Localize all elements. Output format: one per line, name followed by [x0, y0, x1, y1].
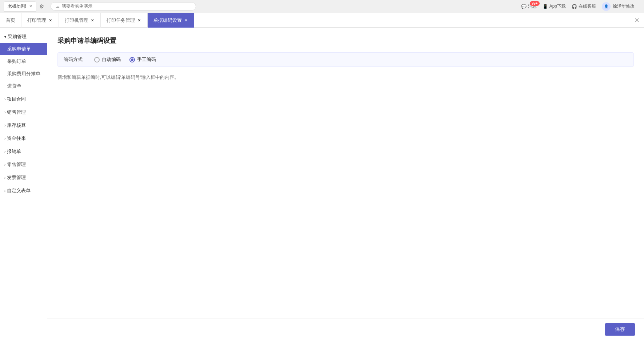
headset-icon: 🎧 [572, 4, 577, 9]
sidebar-item-stock-in[interactable]: 进货单 [0, 80, 47, 92]
sidebar-group-inventory-header[interactable]: › 库存核算 [0, 119, 47, 131]
header-right-browser: 💬 消息 99+ 📱 App下载 🎧 在线客服 👤 徐泽华修改 [521, 2, 640, 11]
page-title: 采购申请单编码设置 [57, 36, 634, 45]
radio-manual-label: 手工编码 [137, 56, 156, 63]
tab-printer-management[interactable]: 打印机管理 × [59, 13, 101, 28]
sidebar-item-purchase-expense[interactable]: 采购费用分摊单 [0, 68, 47, 80]
expand-arrow-icon-sales: › [4, 110, 5, 114]
tab-print-task-label: 打印任务管理 [107, 17, 135, 24]
tab-printer-management-label: 打印机管理 [65, 17, 88, 24]
browser-settings-icon[interactable]: ⚙ [39, 3, 44, 10]
online-service-label: 在线客服 [579, 3, 596, 9]
sidebar-group-project: › 项目合同 [0, 93, 47, 105]
expand-arrow-icon-return: › [4, 150, 5, 154]
sidebar-group-purchase-header[interactable]: ▾ 采购管理 [0, 31, 47, 43]
tab-print-management-close[interactable]: × [48, 17, 53, 23]
content-footer: 保存 [47, 319, 644, 340]
user-info[interactable]: 👤 徐泽华修改 [602, 2, 635, 11]
app-download-label: App下载 [549, 3, 566, 9]
hint-text: 新增和编辑单据编时,可以编辑'单编码号'输入框中的内容。 [57, 74, 634, 81]
sidebar-group-retail-label: 零售管理 [7, 161, 26, 168]
encoding-label: 编码方式 [64, 56, 83, 63]
cloud-icon: ☁ [55, 4, 60, 9]
encoding-row: 编码方式 自动编码 手工编码 [57, 52, 634, 67]
sidebar-group-capital-label: 资金往来 [7, 135, 26, 142]
sidebar-item-stock-in-label: 进货单 [7, 83, 21, 89]
sidebar-group-return-header[interactable]: › 报销单 [0, 145, 47, 158]
main-layout: ▾ 采购管理 采购申请单 采购订单 采购费用分摊单 进货单 › 项目合同 [0, 28, 644, 340]
tab-single-barcode-label: 单据编码设置 [153, 17, 182, 24]
sidebar-group-purchase-label: 采购管理 [8, 33, 27, 40]
sidebar-group-custom: › 自定义表单 [0, 185, 47, 197]
app-download-btn[interactable]: 📱 App下载 [543, 3, 566, 9]
sidebar-group-retail-header[interactable]: › 零售管理 [0, 158, 47, 171]
expand-arrow-icon-retail: › [4, 163, 5, 167]
sidebar-group-purchase: ▾ 采购管理 采购申请单 采购订单 采购费用分摊单 进货单 [0, 31, 47, 92]
sidebar: ▾ 采购管理 采购申请单 采购订单 采购费用分摊单 进货单 › 项目合同 [0, 28, 47, 340]
browser-tab-close[interactable]: ✕ [29, 4, 32, 9]
message-icon: 💬 [521, 4, 527, 9]
sidebar-group-project-header[interactable]: › 项目合同 [0, 93, 47, 105]
sidebar-group-return-label: 报销单 [7, 148, 21, 155]
sidebar-group-invoice: › 发票管理 [0, 171, 47, 184]
sidebar-group-sales-header[interactable]: › 销售管理 [0, 106, 47, 118]
sidebar-group-sales: › 销售管理 [0, 106, 47, 118]
message-btn[interactable]: 💬 消息 99+ [521, 3, 537, 9]
content-inner: 采购申请单编码设置 编码方式 自动编码 手工编码 新增和编辑单据编时,可以编辑'… [47, 28, 644, 319]
tab-bar-close[interactable]: ✕ [634, 16, 640, 24]
sidebar-group-invoice-header[interactable]: › 发票管理 [0, 171, 47, 184]
radio-auto-encoding[interactable]: 自动编码 [94, 56, 121, 63]
avatar: 👤 [602, 2, 611, 11]
message-badge: 99+ [530, 1, 540, 6]
tab-printer-management-close[interactable]: × [91, 17, 95, 23]
sidebar-item-purchase-request-label: 采购申请单 [7, 46, 31, 52]
expand-arrow-icon-capital: › [4, 137, 5, 141]
username: 徐泽华修改 [613, 3, 635, 9]
sidebar-item-purchase-request[interactable]: 采购申请单 [0, 43, 47, 55]
sidebar-group-project-label: 项目合同 [7, 96, 26, 102]
sidebar-group-return: › 报销单 [0, 145, 47, 158]
tab-print-management[interactable]: 打印管理 × [21, 13, 59, 28]
sidebar-group-inventory-label: 库存核算 [7, 122, 26, 129]
browser-bar: 老板勿割! ✕ ⚙ ☁ 我要看实例演示 💬 消息 99+ 📱 App下载 🎧 在… [0, 0, 644, 13]
radio-auto-label: 自动编码 [102, 56, 121, 63]
content-area: 采购申请单编码设置 编码方式 自动编码 手工编码 新增和编辑单据编时,可以编辑'… [47, 28, 644, 340]
sidebar-item-purchase-order[interactable]: 采购订单 [0, 55, 47, 68]
tab-print-management-label: 打印管理 [27, 17, 46, 24]
radio-manual-circle [129, 57, 135, 62]
radio-manual-encoding[interactable]: 手工编码 [129, 56, 156, 63]
sidebar-group-capital-header[interactable]: › 资金往来 [0, 132, 47, 145]
tab-home-label: 首页 [6, 17, 15, 24]
expand-arrow-icon-inventory: › [4, 124, 5, 128]
radio-auto-circle [94, 57, 100, 62]
sidebar-group-custom-header[interactable]: › 自定义表单 [0, 185, 47, 197]
expand-arrow-icon-custom: › [4, 189, 5, 193]
address-text: 我要看实例演示 [62, 3, 92, 9]
app-tabs-bar: 首页 打印管理 × 打印机管理 × 打印任务管理 × 单据编码设置 × ✕ [0, 13, 644, 28]
sidebar-group-retail: › 零售管理 [0, 158, 47, 171]
sidebar-group-inventory: › 库存核算 [0, 119, 47, 131]
address-bar: ☁ 我要看实例演示 [51, 2, 196, 11]
expand-arrow-icon-invoice: › [4, 176, 5, 180]
save-button[interactable]: 保存 [605, 323, 635, 336]
sidebar-item-purchase-order-label: 采购订单 [7, 58, 26, 64]
app-download-icon: 📱 [543, 4, 548, 9]
sidebar-item-purchase-expense-label: 采购费用分摊单 [7, 71, 40, 76]
tab-single-barcode-close[interactable]: × [184, 17, 188, 23]
sidebar-group-custom-label: 自定义表单 [7, 187, 31, 194]
sidebar-group-sales-label: 销售管理 [7, 109, 26, 116]
tab-home[interactable]: 首页 [0, 13, 21, 28]
tab-single-barcode[interactable]: 单据编码设置 × [148, 13, 195, 28]
sidebar-group-invoice-label: 发票管理 [7, 174, 26, 181]
browser-tab-label: 老板勿割! [8, 3, 26, 9]
tab-print-task-close[interactable]: × [137, 17, 141, 23]
sidebar-group-capital: › 资金往来 [0, 132, 47, 145]
tab-print-task[interactable]: 打印任务管理 × [101, 13, 148, 28]
online-service-btn[interactable]: 🎧 在线客服 [572, 3, 596, 9]
browser-tab[interactable]: 老板勿割! ✕ [4, 1, 36, 12]
expand-arrow-icon-project: › [4, 97, 5, 101]
collapse-arrow-icon: ▾ [4, 35, 6, 39]
